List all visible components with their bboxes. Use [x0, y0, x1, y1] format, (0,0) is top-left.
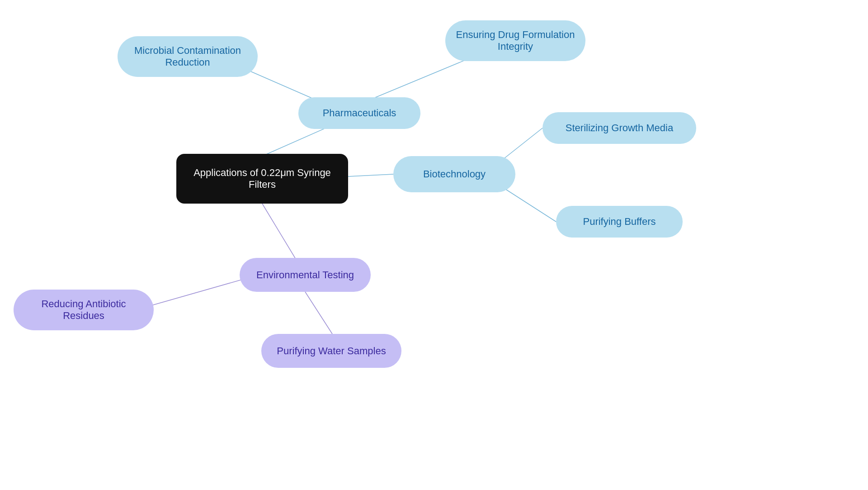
purifying-water-label: Purifying Water Samples [277, 345, 386, 357]
pharmaceuticals-node: Pharmaceuticals [298, 97, 420, 129]
biotechnology-label: Biotechnology [423, 168, 486, 180]
svg-line-8 [305, 292, 332, 334]
center-node: Applications of 0.22μm Syringe Filters [176, 154, 348, 204]
microbial-node: Microbial Contamination Reduction [118, 36, 258, 77]
environmental-node: Environmental Testing [240, 258, 371, 292]
svg-line-3 [348, 174, 393, 176]
sterilizing-label: Sterilizing Growth Media [566, 122, 673, 134]
antibiotic-label: Reducing Antibiotic Residues [24, 298, 144, 322]
drug-formulation-node: Ensuring Drug Formulation Integrity [445, 20, 585, 61]
biotechnology-node: Biotechnology [393, 156, 515, 192]
environmental-label: Environmental Testing [256, 269, 354, 281]
drug-formulation-label: Ensuring Drug Formulation Integrity [455, 29, 576, 52]
purifying-water-node: Purifying Water Samples [261, 334, 401, 368]
purifying-buffers-node: Purifying Buffers [556, 206, 683, 238]
pharmaceuticals-label: Pharmaceuticals [323, 107, 396, 119]
center-label: Applications of 0.22μm Syringe Filters [186, 167, 338, 190]
purifying-buffers-label: Purifying Buffers [583, 216, 656, 228]
microbial-label: Microbial Contamination Reduction [127, 45, 248, 68]
svg-line-1 [359, 54, 479, 104]
sterilizing-node: Sterilizing Growth Media [542, 112, 696, 144]
antibiotic-node: Reducing Antibiotic Residues [14, 290, 154, 330]
